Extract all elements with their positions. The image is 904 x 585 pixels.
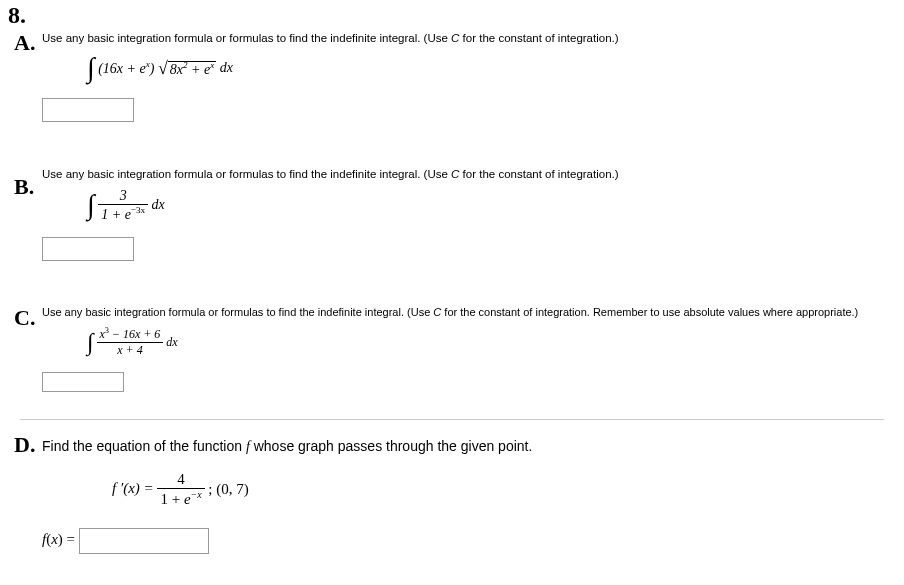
- sqrt-content-a: 8x2 + ex: [168, 61, 216, 77]
- equation-d: f ′(x) = 4 1 + e−x ; (0, 7): [112, 471, 894, 508]
- sqrt-a-8: 8: [170, 62, 177, 77]
- frac-b-exp: −3x: [131, 205, 145, 215]
- frac-b: 3 1 + e−3x: [98, 188, 148, 223]
- ans-d-x: x: [51, 531, 58, 547]
- frac-c-denend: + 4: [123, 343, 143, 357]
- frac-b-den: 1 + e−3x: [98, 205, 148, 223]
- frac-c-num: x3 − 16x + 6: [97, 326, 164, 343]
- answer-input-d[interactable]: [79, 528, 209, 554]
- int-a-paren: ): [150, 61, 155, 76]
- divider: [20, 419, 884, 420]
- integral-b: ∫ 3 1 + e−3x dx: [87, 188, 894, 223]
- frac-c-den: x + 4: [97, 343, 164, 358]
- integral-c: ∫ x3 − 16x + 6 x + 4 dx: [87, 326, 894, 358]
- sqrt-a: √8x2 + ex: [158, 58, 216, 79]
- label-d: D.: [14, 432, 35, 458]
- instruction-b: Use any basic integration formula or for…: [42, 168, 894, 180]
- label-c: C.: [14, 305, 35, 331]
- frac-d-e: e: [184, 491, 191, 507]
- integrand-a-left: (16x + ex): [98, 61, 158, 76]
- section-b: Use any basic integration formula or for…: [42, 168, 894, 264]
- integral-a: ∫ (16x + ex) √8x2 + ex dx: [87, 52, 894, 84]
- instruction-d-suffix: whose graph passes through the given poi…: [250, 438, 533, 454]
- frac-c-mid: − 16: [109, 327, 135, 341]
- integral-sign-c: ∫: [87, 329, 94, 356]
- instruction-a-prefix: Use any basic integration formula or for…: [42, 32, 451, 44]
- integral-sign-a: ∫: [87, 52, 95, 84]
- section-d: Find the equation of the function f whos…: [42, 438, 894, 554]
- fprime-d: f ′(x) =: [112, 480, 157, 496]
- frac-d-den: 1 + e−x: [157, 489, 204, 508]
- answer-input-c[interactable]: [42, 372, 124, 392]
- instruction-c-prefix: Use any basic integration formula or for…: [42, 306, 433, 318]
- instruction-a: Use any basic integration formula or for…: [42, 32, 894, 44]
- label-a: A.: [14, 30, 35, 56]
- sqrt-a-expx: x: [210, 60, 214, 70]
- frac-d: 4 1 + e−x: [157, 471, 204, 508]
- ans-d-eq: ) =: [58, 531, 79, 547]
- section-a: Use any basic integration formula or for…: [42, 32, 894, 125]
- frac-c: x3 − 16x + 6 x + 4: [97, 326, 164, 358]
- frac-d-num: 4: [157, 471, 204, 489]
- sqrt-a-plus: +: [188, 62, 204, 77]
- sqrt-sign-a: √: [158, 58, 168, 78]
- integral-sign-b: ∫: [87, 189, 95, 221]
- point-d: ; (0, 7): [208, 481, 248, 497]
- answer-input-b[interactable]: [42, 237, 134, 261]
- frac-b-den1: 1 +: [101, 207, 124, 222]
- instruction-d: Find the equation of the function f whos…: [42, 438, 894, 455]
- section-c: Use any basic integration formula or for…: [42, 306, 894, 395]
- label-b: B.: [14, 174, 34, 200]
- frac-b-num: 3: [98, 188, 148, 205]
- frac-d-den1: 1 +: [160, 491, 183, 507]
- instruction-b-prefix: Use any basic integration formula or for…: [42, 168, 451, 180]
- instruction-b-suffix: for the constant of integration.): [459, 168, 618, 180]
- instruction-c-suffix: for the constant of integration. Remembe…: [441, 306, 858, 318]
- answer-row-d: f(x) =: [42, 528, 894, 554]
- dx-b: dx: [152, 197, 165, 212]
- frac-d-exp: −x: [191, 489, 202, 500]
- answer-input-a[interactable]: [42, 98, 134, 122]
- dx-c: dx: [166, 335, 177, 349]
- dx-a: dx: [220, 60, 233, 75]
- instruction-c: Use any basic integration formula or for…: [42, 306, 894, 318]
- instruction-a-suffix: for the constant of integration.): [459, 32, 618, 44]
- int-a-16: (16: [98, 61, 117, 76]
- int-a-plus: +: [123, 61, 139, 76]
- problem-number: 8.: [8, 2, 26, 29]
- frac-c-end: + 6: [140, 327, 160, 341]
- instruction-d-prefix: Find the equation of the function: [42, 438, 246, 454]
